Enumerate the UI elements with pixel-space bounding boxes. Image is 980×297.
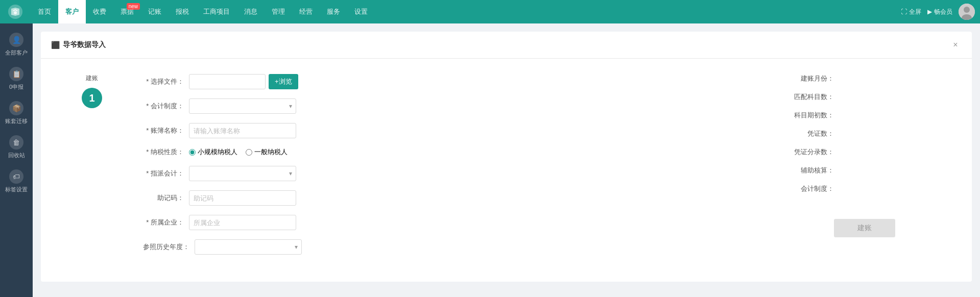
accounting-row: * 会计制度：: [143, 98, 757, 114]
tax-label: * 纳税性质：: [143, 147, 184, 157]
tax-radio-group: 小规模纳税人 一般纳税人: [189, 147, 288, 157]
history-select[interactable]: [195, 239, 302, 255]
right-info-section: 建账月份： 匹配科目数： 科目期初数： 凭证数：: [788, 74, 941, 264]
fullscreen-button[interactable]: ⛶ 全屏: [901, 8, 921, 16]
voucher-entries-row: 凭证分录数：: [788, 147, 941, 157]
nav-tax[interactable]: 报税: [169, 0, 196, 23]
sidebar-item-all-customers[interactable]: 👤 全部客户: [0, 29, 33, 61]
period-row: 科目期初数：: [788, 111, 941, 120]
accountant-select[interactable]: [189, 166, 296, 181]
recycle-icon: 🗑: [9, 135, 23, 150]
form-section: * 选择文件： +浏览 * 会计制度：: [143, 74, 757, 264]
match-label: 匹配科目数：: [788, 92, 834, 102]
nav-bookkeeping[interactable]: 记账: [141, 0, 169, 23]
build-account-button[interactable]: 建账: [834, 219, 895, 237]
accounting-select[interactable]: [189, 98, 296, 114]
history-select-wrapper: [195, 239, 302, 255]
auxiliary-label: 辅助核算：: [788, 166, 834, 175]
layout: 👤 全部客户 📋 0申报 📦 账套迁移 🗑 回收站 🏷 标签设置 ⬛ 导爷数: [0, 23, 980, 297]
month-label: 建账月份：: [788, 74, 834, 83]
auxiliary-row: 辅助核算：: [788, 166, 941, 175]
company-input[interactable]: [189, 215, 296, 230]
ledger-input[interactable]: [189, 123, 296, 138]
nav-message[interactable]: 消息: [237, 0, 265, 23]
migrate-icon: 📦: [9, 101, 23, 115]
voucher-row: 凭证数：: [788, 129, 941, 138]
nav-right: ⛶ 全屏 ▶ 畅会员: [901, 4, 975, 20]
nav-industry[interactable]: 工商项目: [196, 0, 237, 23]
nav-settings[interactable]: 设置: [347, 0, 375, 23]
app-logo: [5, 2, 26, 22]
card-title: ⬛ 导爷数据导入: [51, 40, 106, 50]
form-area: 建账 1 * 选择文件： +浏览 * 会计制度：: [41, 59, 972, 279]
step-label: 建账: [86, 74, 98, 83]
file-label: * 选择文件：: [143, 77, 184, 86]
accountant-label: * 指派会计：: [143, 169, 184, 178]
zero-report-icon: 📋: [9, 67, 23, 81]
svg-point-1: [14, 11, 17, 14]
accounting-system-row: 会计制度：: [788, 184, 941, 193]
vip-icon: ▶: [927, 8, 932, 15]
match-row: 匹配科目数：: [788, 92, 941, 102]
sidebar-item-tags[interactable]: 🏷 标签设置: [0, 165, 33, 197]
modal-card: ⬛ 导爷数据导入 × 建账 1 * 选择文件：: [41, 32, 972, 282]
company-row: * 所属企业：: [143, 215, 757, 230]
ledger-label: * 账簿名称：: [143, 126, 184, 135]
nav-items: 首页 客户 收费 票据 new 记账 报税 工商项目 消息 管理 经营 服务 设…: [31, 0, 901, 23]
voucher-entries-label: 凭证分录数：: [788, 147, 834, 157]
browse-button[interactable]: +浏览: [269, 74, 298, 89]
close-button[interactable]: ×: [949, 39, 962, 51]
file-input[interactable]: [189, 74, 266, 89]
sidebar: 👤 全部客户 📋 0申报 📦 账套迁移 🗑 回收站 🏷 标签设置: [0, 23, 33, 297]
company-label: * 所属企业：: [143, 218, 184, 227]
tax-small-label[interactable]: 小规模纳税人: [189, 147, 237, 157]
step-circle: 1: [82, 88, 102, 108]
nav-operation[interactable]: 经营: [292, 0, 320, 23]
vip-button[interactable]: ▶ 畅会员: [927, 8, 952, 16]
nav-manage[interactable]: 管理: [265, 0, 292, 23]
nav-ticket[interactable]: 票据 new: [113, 0, 141, 23]
fullscreen-icon: ⛶: [901, 8, 907, 15]
sidebar-item-migrate[interactable]: 📦 账套迁移: [0, 97, 33, 129]
accountant-select-wrapper: [189, 166, 296, 181]
accountant-row: * 指派会计：: [143, 166, 757, 181]
tax-small-radio[interactable]: [189, 149, 196, 156]
tax-row: * 纳税性质： 小规模纳税人 一般纳税人: [143, 147, 757, 157]
period-label: 科目期初数：: [788, 111, 834, 120]
main-content: ⬛ 导爷数据导入 × 建账 1 * 选择文件：: [33, 23, 980, 297]
history-row: 参照历史年度：: [143, 239, 757, 255]
memo-row: 助记码：: [143, 190, 757, 206]
import-icon: ⬛: [51, 41, 60, 49]
avatar[interactable]: [959, 4, 975, 20]
tags-icon: 🏷: [9, 169, 23, 184]
nav-customer[interactable]: 客户: [58, 0, 86, 23]
accounting-system-label: 会计制度：: [788, 184, 834, 193]
accounting-label: * 会计制度：: [143, 102, 184, 111]
all-customers-icon: 👤: [9, 33, 23, 47]
step-indicator: 建账 1: [71, 74, 112, 264]
top-nav: 首页 客户 收费 票据 new 记账 报税 工商项目 消息 管理 经营 服务 设…: [0, 0, 980, 23]
card-header: ⬛ 导爷数据导入 ×: [41, 32, 972, 59]
memo-input[interactable]: [189, 190, 296, 206]
svg-point-3: [964, 7, 970, 13]
nav-home[interactable]: 首页: [31, 0, 58, 23]
file-row: * 选择文件： +浏览: [143, 74, 757, 89]
new-badge: new: [127, 3, 140, 10]
memo-label: 助记码：: [143, 193, 184, 203]
build-btn-row: 建账: [788, 214, 941, 237]
voucher-label: 凭证数：: [788, 129, 834, 138]
sidebar-item-recycle[interactable]: 🗑 回收站: [0, 131, 33, 163]
history-label: 参照历史年度：: [143, 242, 189, 252]
nav-fee[interactable]: 收费: [86, 0, 113, 23]
tax-general-label[interactable]: 一般纳税人: [246, 147, 288, 157]
accounting-select-wrapper: [189, 98, 296, 114]
ledger-row: * 账簿名称：: [143, 123, 757, 138]
file-input-group: +浏览: [189, 74, 298, 89]
sidebar-item-zero-report[interactable]: 📋 0申报: [0, 63, 33, 95]
month-row: 建账月份：: [788, 74, 941, 83]
tax-general-radio[interactable]: [246, 149, 252, 156]
nav-service[interactable]: 服务: [320, 0, 347, 23]
